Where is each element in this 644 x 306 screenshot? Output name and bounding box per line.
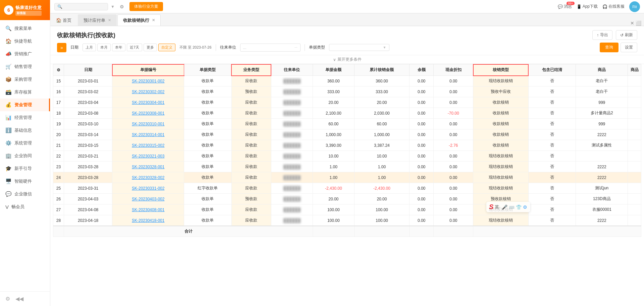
topbar-search-wrap: 🔍	[54, 3, 108, 10]
doc-no-link[interactable]: SK-20230408-001	[132, 207, 164, 212]
cell-goods1: 123D商品	[576, 194, 628, 204]
sidebar-item-quicknav[interactable]: 🏠快捷导航	[0, 35, 50, 48]
sidebar-item-purchase[interactable]: 📦采购管理	[0, 73, 50, 86]
sidebar-item-guide[interactable]: 🎓新手引导	[0, 162, 50, 175]
cell-num: 16	[53, 86, 64, 97]
doc-no-link[interactable]: SK-20230302-002	[132, 89, 164, 94]
footer-empty	[53, 226, 64, 237]
sidebar-item-basic[interactable]: ℹ️基础信息	[0, 124, 50, 137]
maximize-button[interactable]: ⬜	[636, 20, 641, 26]
finance-icon: 💰	[5, 102, 12, 108]
cell-balance: 0.00	[410, 97, 434, 108]
date-range-display: 不限 至 2023-07-26	[179, 45, 211, 50]
doc-no-link[interactable]: SK-20230328-002	[132, 175, 164, 180]
cell-include-settled: 否	[528, 119, 576, 129]
more-date-btn[interactable]: 更多	[144, 44, 157, 51]
cell-biz-type: 应收款	[231, 76, 271, 86]
online-service-button[interactable]: 🎧 在线客服	[602, 4, 625, 9]
footer-label: 合计	[64, 226, 313, 237]
sidebar-item-enterprise[interactable]: 🏢企业协同	[0, 149, 50, 162]
sidebar-item-operations[interactable]: 📊经营管理	[0, 111, 50, 124]
doc-no-link[interactable]: SK-20230403-002	[132, 197, 164, 201]
tab-collection[interactable]: 收款核销执行 ✕	[117, 14, 161, 26]
cell-doc-no: SK-20230314-001	[112, 129, 184, 140]
cell-include-settled: 否	[528, 86, 576, 97]
purchase-icon: 📦	[5, 76, 12, 82]
page-header: 收款核销执行(按收款) ↑ 导出 ↺ 刷新	[50, 26, 644, 40]
custom-date-btn[interactable]: 自定义	[158, 44, 175, 51]
partner-select[interactable]: ... ···	[240, 44, 301, 52]
cell-cumulative: 100.00	[354, 215, 410, 226]
settings-button[interactable]: 设置	[621, 43, 637, 52]
page-title: 收款核销执行(按收款)	[57, 31, 115, 39]
cell-date: 2023-03-28	[64, 172, 112, 183]
sidebar-item-hardware[interactable]: 🖥️智能硬件	[0, 175, 50, 188]
search-icon: 🔍	[5, 25, 12, 32]
sidebar-menu: 🔍搜索菜单🏠快捷导航📣营销推广🛒销售管理📦采购管理🗃️库存核算💰资金管理📊经营管…	[0, 20, 50, 291]
tab-collection-close[interactable]: ✕	[152, 18, 155, 22]
this-month-btn[interactable]: 本月	[97, 44, 111, 51]
doc-no-link[interactable]: SK-20230301-002	[132, 79, 164, 83]
last-month-btn[interactable]: 上月	[83, 44, 96, 51]
topbar-search-input[interactable]	[64, 4, 104, 9]
data-table-wrap: ⚙ 日期 单据编号 单据类型 业务类型 往来单位 单据金额 累计核销金额 余额 …	[50, 64, 644, 306]
cell-date: 2023-03-14	[64, 129, 112, 140]
app-download-button[interactable]: 📱 App下载	[577, 4, 598, 9]
collapse-icon[interactable]: ◀◀	[15, 296, 23, 302]
cell-date: 2023-04-03	[64, 194, 112, 204]
doc-no-link[interactable]: SK-20230308-001	[132, 111, 164, 116]
filter-expand-button[interactable]: »	[57, 43, 66, 52]
mobile-icon: 📱	[577, 4, 582, 9]
sidebar-item-sales[interactable]: 🛒销售管理	[0, 60, 50, 73]
sidebar-label-quicknav: 快捷导航	[14, 38, 32, 44]
table-row: 20 2023-03-14 SK-20230314-001 收款单 应收款 ██…	[53, 129, 641, 140]
sidebar-item-system[interactable]: ⚙️系统管理	[0, 137, 50, 149]
cell-balance: 0.00	[410, 204, 434, 215]
refresh-button[interactable]: ↺ 刷新	[616, 30, 637, 40]
user-avatar[interactable]: Rit	[629, 1, 640, 12]
cell-discount: 0.00	[433, 194, 473, 204]
this-year-btn[interactable]: 本年	[112, 44, 125, 51]
cell-goods1: 2222	[576, 172, 628, 183]
cell-doc-type: 收款单	[184, 215, 231, 226]
cell-num: 15	[53, 76, 64, 86]
industry-solution-button[interactable]: 体验行业方案	[129, 2, 163, 11]
last-7days-btn[interactable]: 近7天	[127, 44, 142, 51]
tab-home[interactable]: 🏠 首页	[50, 14, 77, 26]
doc-no-link[interactable]: SK-20230314-001	[132, 132, 164, 137]
gear-icon[interactable]: ⚙	[5, 296, 10, 302]
doc-no-link[interactable]: SK-20230328-001	[132, 165, 164, 169]
doc-no-link[interactable]: SK-20230418-001	[132, 218, 164, 223]
cell-partner: ██████	[271, 151, 313, 162]
col-settings[interactable]: ⚙	[53, 64, 64, 76]
topbar-gear-button[interactable]: ⚙	[117, 2, 127, 11]
expand-more-bar[interactable]: ∨ 展开更多条件	[50, 55, 644, 64]
cell-amount: 60.00	[313, 119, 355, 129]
cell-doc-type: 收款单	[184, 194, 231, 204]
export-button[interactable]: ↑ 导出	[592, 30, 612, 40]
chevron-down-icon[interactable]: ▼	[111, 4, 115, 9]
doc-no-link[interactable]: SK-20230304-001	[132, 100, 164, 105]
query-button[interactable]: 查询	[600, 43, 619, 52]
notification-button[interactable]: 💬 消息 99+	[558, 4, 572, 9]
doc-no-link[interactable]: SK-20230315-002	[132, 143, 164, 148]
tab-prepay[interactable]: 预计应付单 ✕	[78, 14, 117, 26]
cell-discount: -2.76	[433, 140, 473, 151]
sidebar-item-member[interactable]: V畅会员	[0, 200, 50, 213]
doc-no-link[interactable]: SK-20230310-001	[132, 122, 164, 126]
col-verify-type: 核销类型	[473, 64, 529, 76]
cell-balance: 0.00	[410, 183, 434, 194]
cell-discount: 0.00	[433, 204, 473, 215]
member-icon: V	[5, 204, 9, 210]
doc-no-link[interactable]: SK-20230321-003	[132, 154, 164, 159]
sidebar-item-finance[interactable]: 💰资金管理	[0, 99, 50, 111]
close-tab-button[interactable]: ✕	[630, 20, 634, 26]
sidebar-item-wechat[interactable]: 💬企业微信	[0, 188, 50, 200]
doc-type-select[interactable]: ▼	[329, 44, 389, 51]
tab-prepay-close[interactable]: ✕	[108, 18, 111, 22]
sidebar-item-marketing[interactable]: 📣营销推广	[0, 48, 50, 60]
sidebar-item-inventory[interactable]: 🗃️库存核算	[0, 86, 50, 99]
sidebar-item-search[interactable]: 🔍搜索菜单	[0, 22, 50, 35]
cell-date: 2023-04-08	[64, 204, 112, 215]
doc-no-link[interactable]: SK-20230331-002	[132, 186, 164, 191]
